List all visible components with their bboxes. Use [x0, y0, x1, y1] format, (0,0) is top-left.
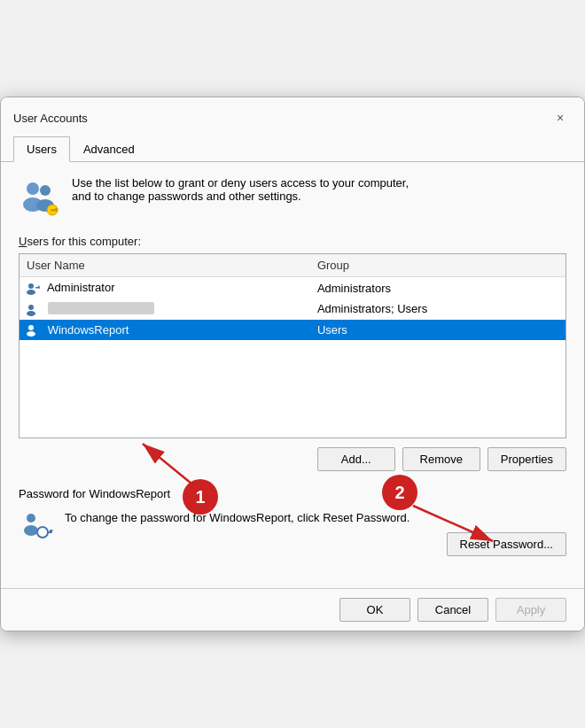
close-button[interactable]: ×: [549, 106, 572, 129]
svg-rect-28: [50, 530, 51, 531]
svg-point-12: [28, 305, 34, 310]
table-row[interactable]: Administrator Administrators: [20, 277, 566, 298]
tab-users[interactable]: Users: [13, 136, 70, 162]
svg-point-15: [27, 331, 35, 337]
table-row[interactable]: WindowsReport Users: [20, 320, 566, 341]
users-table: User Name Group: [20, 254, 566, 438]
add-button[interactable]: Add...: [317, 447, 395, 471]
table-row-empty: [20, 418, 566, 438]
table-row-empty: [20, 360, 566, 379]
svg-rect-6: [55, 208, 57, 210]
table-row-empty: [20, 399, 566, 418]
remove-button[interactable]: Remove: [402, 447, 480, 471]
svg-rect-27: [47, 531, 52, 533]
cancel-button[interactable]: Cancel: [417, 598, 488, 622]
svg-point-9: [27, 290, 35, 295]
user-action-buttons: Add... Remove Properties: [19, 447, 566, 471]
tab-advanced[interactable]: Advanced: [70, 136, 148, 162]
password-content: To change the password for WindowsReport…: [65, 509, 566, 556]
blurred-username: [48, 302, 154, 314]
user-group-cell: Users: [310, 320, 566, 341]
col-group: Group: [310, 254, 566, 277]
window-title: User Accounts: [13, 112, 88, 125]
user-icon: [27, 324, 41, 337]
password-icon: [19, 509, 54, 545]
svg-point-26: [37, 527, 48, 538]
svg-point-8: [28, 283, 34, 289]
tab-bar: Users Advanced: [1, 133, 584, 162]
password-label: Password for WindowsReport: [19, 487, 566, 500]
main-content: Use the list below to grant or deny user…: [1, 162, 584, 587]
col-username: User Name: [20, 254, 310, 277]
user-name-cell: Administrator: [20, 277, 310, 298]
password-text: To change the password for WindowsReport…: [65, 509, 566, 527]
reset-password-button[interactable]: Reset Password...: [447, 532, 567, 556]
users-table-container: User Name Group: [19, 253, 566, 438]
svg-rect-11: [38, 285, 40, 288]
svg-point-2: [40, 185, 51, 196]
user-group-cell: Administrators: [310, 277, 566, 298]
user-name-cell: [20, 298, 310, 320]
svg-point-0: [27, 182, 39, 195]
user-name-cell: WindowsReport: [20, 320, 310, 341]
user-table-wrapper: User Name Group: [19, 253, 566, 438]
svg-point-13: [27, 311, 35, 316]
apply-button[interactable]: Apply: [495, 598, 566, 622]
user-icon: [27, 283, 41, 295]
users-section-label: Users for this computer:: [19, 235, 566, 248]
users-icon: [19, 176, 61, 219]
info-text: Use the list below to grant or deny user…: [72, 176, 409, 203]
svg-point-14: [28, 325, 34, 330]
svg-rect-7: [57, 208, 58, 210]
properties-button[interactable]: Properties: [488, 447, 566, 471]
svg-rect-29: [51, 530, 53, 531]
user-accounts-dialog: User Accounts × Users Advanced: [0, 97, 585, 631]
info-section: Use the list below to grant or deny user…: [19, 176, 566, 219]
svg-point-24: [27, 514, 35, 523]
user-group-cell: Administrators; Users: [310, 298, 566, 320]
password-inner: To change the password for WindowsReport…: [19, 509, 566, 556]
title-bar: User Accounts ×: [1, 97, 584, 129]
reset-btn-container: Reset Password...: [65, 532, 566, 556]
password-section: Password for WindowsReport To change the…: [19, 487, 566, 556]
svg-point-25: [24, 525, 38, 536]
table-row[interactable]: Administrators; Users: [20, 298, 566, 320]
table-row-empty: [20, 379, 566, 399]
table-row-empty: [20, 340, 566, 360]
user-icon: [27, 304, 41, 316]
ok-button[interactable]: OK: [339, 598, 410, 622]
bottom-bar: OK Cancel Apply: [1, 588, 584, 631]
